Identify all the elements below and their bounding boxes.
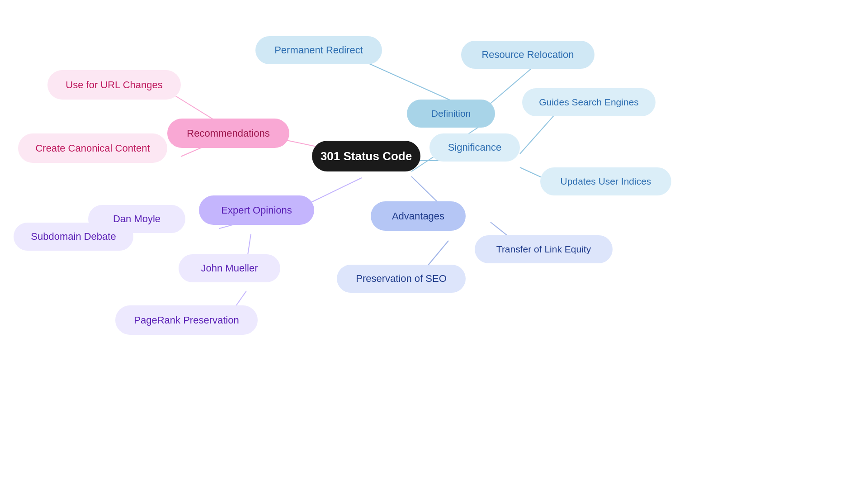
preservation-seo-node: Preservation of SEO xyxy=(337,265,466,293)
subdomain-debate-node: Subdomain Debate xyxy=(14,223,133,251)
use-url-changes-node: Use for URL Changes xyxy=(47,70,181,100)
svg-line-4 xyxy=(520,113,556,154)
significance-node: Significance xyxy=(429,133,520,162)
transfer-link-equity-node: Transfer of Link Equity xyxy=(475,235,613,263)
definition-node: Definition xyxy=(407,100,495,128)
recommendations-node: Recommendations xyxy=(167,119,289,148)
pagerank-preservation-node: PageRank Preservation xyxy=(115,305,258,335)
guides-search-engines-node: Guides Search Engines xyxy=(522,88,656,116)
create-canonical-node: Create Canonical Content xyxy=(18,133,167,163)
advantages-node: Advantages xyxy=(371,201,466,231)
mind-map: 301 Status Code Definition Permanent Red… xyxy=(0,0,868,490)
resource-relocation-node: Resource Relocation xyxy=(461,41,594,69)
john-mueller-node: John Mueller xyxy=(179,254,280,282)
permanent-redirect-node: Permanent Redirect xyxy=(255,36,382,64)
center-node: 301 Status Code xyxy=(312,141,420,171)
expert-opinions-node: Expert Opinions xyxy=(199,195,314,225)
updates-user-indices-node: Updates User Indices xyxy=(540,167,671,195)
